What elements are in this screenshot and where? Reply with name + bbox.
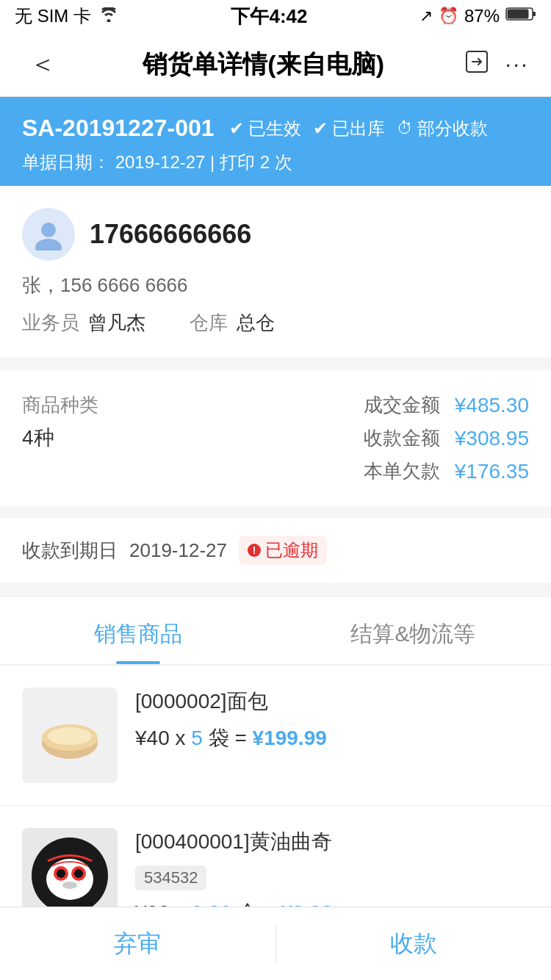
location-icon: ↗ [419,7,433,26]
reject-button[interactable]: 弃审 [0,913,276,975]
status-left: 无 SIM 卡 [15,4,119,28]
more-icon[interactable]: ··· [505,51,529,78]
battery-icon [505,6,536,26]
customer-name: 17666666666 [90,219,251,250]
status-right: ↗ ⏰ 87% [419,6,536,26]
back-button[interactable]: ＜ [22,39,63,90]
amount-row: 成交金额 ¥485.30 [364,392,529,418]
time-text: 下午4:42 [231,4,307,29]
page-title: 销货单详情(来自电脑) [143,48,384,82]
svg-point-14 [74,869,83,878]
status-payment: ⏱ 部分收款 [397,117,488,140]
product-count: 商品种类 4种 [22,392,98,452]
bottom-bar: 弃审 收款 [0,907,551,980]
check-effective-icon: ✔ [229,118,244,139]
owed-row: 本单欠款 ¥176.35 [364,458,529,484]
stats-section: 商品种类 4种 成交金额 ¥485.30 收款金额 ¥308.95 本单欠款 ¥… [0,370,551,506]
carrier-text: 无 SIM 卡 [15,4,91,28]
tab-products[interactable]: 销售商品 [0,597,276,664]
collect-button[interactable]: 收款 [276,913,552,975]
order-date-line: 单据日期： 2019-12-27 | 打印 2 次 [22,151,529,174]
salesperson-item: 业务员 曾凡杰 [22,310,145,336]
product-info-1: [0000002]面包 ¥40 x 5 袋 = ¥199.99 [135,688,529,752]
svg-point-13 [57,869,65,878]
status-tags: ✔ 已生效 ✔ 已出库 ⏱ 部分收款 [229,117,488,140]
customer-section: 17666666666 张，156 6666 6666 业务员 曾凡杰 仓库 总… [0,186,551,359]
order-id: SA-20191227-001 [22,115,215,142]
status-effective: ✔ 已生效 [229,117,301,140]
check-delivered-icon: ✔ [313,118,328,139]
nav-bar: ＜ 销货单详情(来自电脑) ··· [0,32,551,97]
overdue-badge: ! 已逾期 [239,536,327,565]
received-row: 收款金额 ¥308.95 [364,425,529,451]
share-icon[interactable] [464,48,490,80]
tabs: 销售商品 结算&物流等 [0,597,551,666]
status-bar: 无 SIM 卡 下午4:42 ↗ ⏰ 87% [0,0,551,32]
svg-point-15 [62,882,77,889]
product-price-1: ¥40 x 5 袋 = ¥199.99 [135,724,529,752]
svg-rect-1 [533,12,536,16]
due-date-section: 收款到期日 2019-12-27 ! 已逾期 [0,518,551,583]
product-name-2: [000400001]黄油曲奇 [135,828,529,856]
alarm-icon: ⏰ [439,7,458,26]
header-banner: SA-20191227-001 ✔ 已生效 ✔ 已出库 ⏱ 部分收款 单据日期：… [0,97,551,186]
svg-rect-2 [507,10,528,19]
battery-text: 87% [464,6,500,26]
svg-point-4 [41,223,56,237]
product-image-1 [22,688,118,783]
tab-settlement[interactable]: 结算&物流等 [276,597,551,664]
customer-meta: 业务员 曾凡杰 仓库 总仓 [22,310,529,336]
status-delivered: ✔ 已出库 [313,117,385,140]
clock-icon: ⏱ [397,119,413,138]
svg-point-8 [48,727,92,745]
svg-point-5 [35,239,62,251]
financial-stats: 成交金额 ¥485.30 收款金额 ¥308.95 本单欠款 ¥176.35 [364,392,529,484]
product-name-1: [0000002]面包 [135,688,529,716]
customer-detail: 张，156 6666 6666 [22,273,529,298]
warehouse-item: 仓库 总仓 [190,310,275,336]
product-sku-2: 534532 [135,865,206,890]
list-item: [0000002]面包 ¥40 x 5 袋 = ¥199.99 [0,666,551,806]
nav-actions: ··· [464,48,529,80]
wifi-icon [98,6,119,26]
customer-avatar [22,208,75,261]
overdue-icon: ! [248,544,261,557]
